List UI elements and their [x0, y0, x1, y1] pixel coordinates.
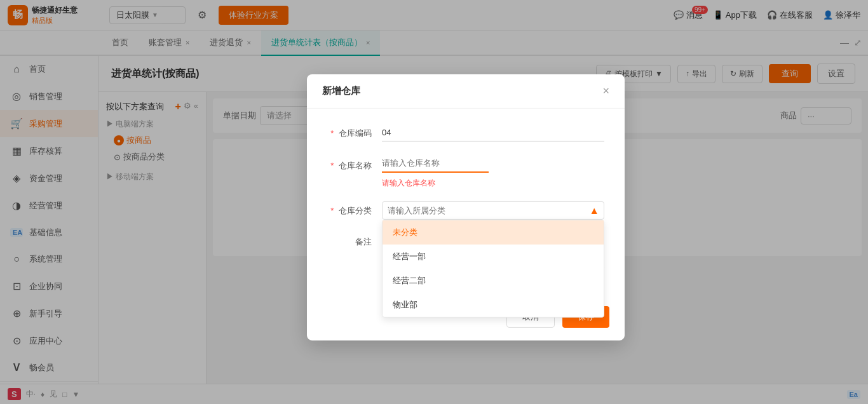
modal-close-button[interactable]: ×	[602, 84, 609, 98]
name-error-msg: 请输入仓库名称	[382, 178, 435, 189]
dropdown-item-property[interactable]: 物业部	[383, 293, 604, 317]
name-field-row: * 仓库名称 请输入仓库名称	[327, 154, 604, 189]
dropdown-item-unclassified[interactable]: 未分类	[383, 220, 604, 245]
category-input-wrapper: ▲ 未分类 经营一部 经营二部 物业部	[382, 201, 604, 220]
new-warehouse-modal: 新增仓库 × * 仓库编码 * 仓库名称 请输入仓库名称	[307, 74, 625, 340]
category-dropdown: 未分类 经营一部 经营二部 物业部	[382, 220, 604, 318]
category-label: * 仓库分类	[327, 201, 372, 217]
category-field-row: * 仓库分类 ▲ 未分类 经营一部 经营二部 物业部	[327, 201, 604, 220]
note-label: 备注	[327, 232, 372, 248]
modal-header: 新增仓库 ×	[307, 74, 625, 109]
code-input[interactable]	[382, 124, 604, 142]
code-field-row: * 仓库编码	[327, 124, 604, 142]
category-input[interactable]	[382, 201, 604, 220]
category-arrow-icon[interactable]: ▲	[589, 205, 599, 216]
name-input[interactable]	[382, 154, 489, 173]
code-label: * 仓库编码	[327, 124, 372, 139]
name-label: * 仓库名称	[327, 156, 372, 171]
modal-title: 新增仓库	[322, 85, 360, 97]
dropdown-item-dept2[interactable]: 经营二部	[383, 269, 604, 293]
dropdown-item-dept1[interactable]: 经营一部	[383, 245, 604, 269]
modal-body: * 仓库编码 * 仓库名称 请输入仓库名称 * 仓库分类	[307, 109, 625, 299]
